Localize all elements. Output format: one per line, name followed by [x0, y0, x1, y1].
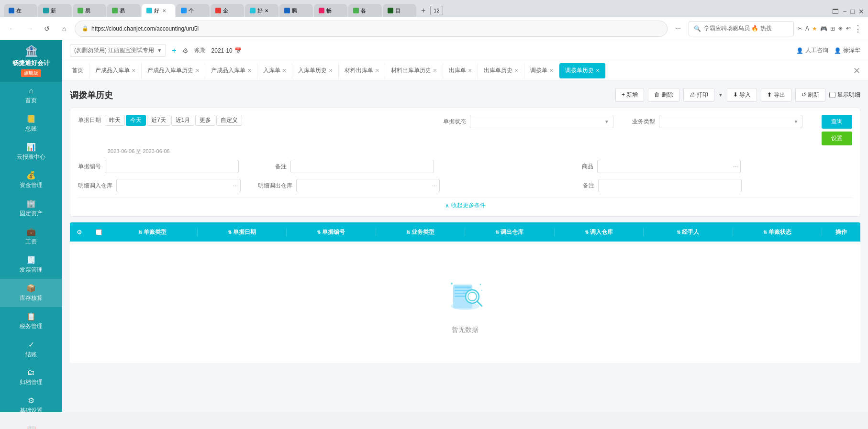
tab-close[interactable]: ✕	[282, 68, 286, 73]
tab-close[interactable]: ✕	[433, 68, 437, 73]
date-today[interactable]: 今天	[126, 115, 146, 126]
tab-inbound-history[interactable]: 入库单历史 ✕	[292, 63, 339, 78]
browser-tab[interactable]: 腾	[279, 4, 313, 17]
print-btn[interactable]: 🖨 打印	[683, 88, 714, 102]
tab-close[interactable]: ✕	[596, 68, 600, 73]
th-out-warehouse[interactable]: ⇅ 调出仓库	[465, 228, 555, 236]
sidebar-item-funds[interactable]: 💰 资金管理	[0, 166, 62, 194]
tab-home[interactable]: 首页	[66, 63, 89, 78]
browser-tab[interactable]: 易	[73, 4, 106, 17]
customer-service[interactable]: 👤 人工咨询	[796, 46, 828, 55]
th-handler[interactable]: ⇅ 经手人	[644, 228, 733, 236]
tab-close[interactable]: ✕	[375, 68, 379, 73]
tab-close[interactable]: ✕	[247, 68, 251, 73]
refresh-btn[interactable]: ↺	[40, 22, 54, 35]
sidebar-item-salary[interactable]: 💼 工资	[0, 222, 62, 251]
new-tab-btn[interactable]: +	[417, 4, 429, 17]
delete-btn[interactable]: 🗑 删除	[648, 88, 679, 102]
new-btn[interactable]: + 新增	[615, 88, 644, 102]
query-btn[interactable]: 查询	[822, 115, 852, 129]
display-detail[interactable]: 显示明细	[829, 91, 860, 99]
browser-tab[interactable]: 畅	[314, 4, 347, 17]
import-btn[interactable]: ⬇ 导入	[727, 88, 757, 102]
browser-tab[interactable]: 在	[4, 4, 37, 17]
tab-outbound[interactable]: 出库单 ✕	[443, 63, 478, 78]
date-custom[interactable]: 自定义	[216, 115, 242, 126]
browser-menu-btn[interactable]: ⋯	[671, 23, 685, 34]
tab-outbound-history[interactable]: 出库单历史 ✕	[478, 63, 524, 78]
company-selector[interactable]: (勿删勿禁用) 江西服宝测试专用 ▼	[70, 44, 166, 57]
th-in-warehouse[interactable]: ⇅ 调入仓库	[555, 228, 644, 236]
refresh-btn[interactable]: ↺ 刷新	[795, 88, 825, 102]
browser-tab[interactable]: 好 ✕	[142, 4, 175, 17]
close-btn[interactable]: ✕	[858, 8, 864, 15]
tab-close[interactable]: ✕	[514, 68, 518, 73]
sidebar-item-inventory[interactable]: 📦 库存核算	[0, 279, 62, 307]
export-btn[interactable]: ⬆ 导出	[761, 88, 791, 102]
th-checkbox-cell[interactable]	[89, 229, 108, 235]
search-bar[interactable]: 🔍 学霸应聘场驱鸟员 🔥 热搜	[689, 21, 794, 36]
tab-close[interactable]: ✕	[329, 68, 333, 73]
sidebar-item-home[interactable]: ⌂ 首页	[0, 82, 62, 110]
status-select[interactable]: ▼	[470, 115, 613, 128]
settings-icon[interactable]: ⚙	[182, 47, 189, 55]
tab-transfer[interactable]: 调拨单 ✕	[524, 63, 559, 78]
tab-close-all[interactable]: ✕	[849, 66, 864, 76]
print-dropdown-icon[interactable]: ▼	[718, 92, 723, 98]
select-all-checkbox[interactable]	[96, 229, 102, 235]
restore-btn[interactable]: 🗖	[832, 8, 839, 15]
maximize-btn[interactable]: □	[851, 8, 855, 15]
detail-in-dots-btn[interactable]: ···	[233, 182, 238, 189]
sidebar-item-invoice[interactable]: 🧾 发票管理	[0, 251, 62, 279]
collapse-btn[interactable]: ∧ 收起更多条件	[78, 201, 852, 209]
browser-tab[interactable]: 个	[176, 4, 210, 17]
goods-input[interactable]	[597, 160, 741, 173]
th-doc-date[interactable]: ⇅ 单据日期	[198, 228, 287, 236]
detail-out-input[interactable]	[296, 179, 440, 192]
browser-tab[interactable]: 易	[107, 4, 141, 17]
detail-out-dots-btn[interactable]: ···	[432, 182, 437, 189]
user-info[interactable]: 👤 徐泽华	[834, 46, 860, 55]
detail-in-input[interactable]	[116, 179, 241, 192]
tab-product-inbound[interactable]: 产成品入库单 ✕	[89, 63, 142, 78]
sidebar-item-settle[interactable]: ✓ 结账	[0, 335, 62, 363]
sidebar-item-ledger[interactable]: 📒 总账	[0, 110, 62, 138]
sidebar-item-archive[interactable]: 🗂 归档管理	[0, 363, 62, 391]
date-more[interactable]: 更多	[195, 115, 215, 126]
goods-dots-btn[interactable]: ···	[733, 163, 738, 170]
browser-tab[interactable]: 各	[348, 4, 382, 17]
tab-product-inbound2[interactable]: 产成品入库单 ✕	[205, 63, 257, 78]
remark-input[interactable]	[290, 160, 434, 173]
sidebar-item-basic[interactable]: ⚙ 基础设置	[0, 391, 62, 419]
tab-close[interactable]: ✕	[468, 68, 472, 73]
sidebar-item-assets[interactable]: 🏢 固定资产	[0, 194, 62, 222]
forward-btn[interactable]: →	[23, 22, 36, 35]
business-type-select[interactable]: ▼	[659, 115, 802, 128]
display-detail-checkbox[interactable]	[829, 92, 835, 98]
tab-material-outbound[interactable]: 材料出库单 ✕	[339, 63, 385, 78]
browser-tab[interactable]: 好 ✕	[245, 4, 278, 17]
browser-tab[interactable]: 新	[38, 4, 72, 17]
settings-btn[interactable]: 设置	[822, 132, 852, 145]
period-value[interactable]: 2021-10 📅	[211, 47, 242, 54]
date-yesterday[interactable]: 昨天	[105, 115, 125, 126]
remark2-input[interactable]	[598, 179, 742, 192]
sidebar-item-reports[interactable]: 📊 云报表中心	[0, 138, 62, 166]
sidebar-item-guide[interactable]: 📖 新手引导	[0, 419, 62, 429]
tab-product-inbound-history[interactable]: 产成品入库单历史 ✕	[142, 63, 205, 78]
tab-close[interactable]: ✕	[132, 68, 135, 73]
browser-tab[interactable]: 企	[211, 4, 244, 17]
address-bar[interactable]: 🔒 https://cloud.chanjet.com/accounting/u…	[75, 21, 668, 37]
th-doc-number[interactable]: ⇅ 单据编号	[287, 228, 376, 236]
minimize-btn[interactable]: −	[843, 8, 846, 15]
tab-transfer-history[interactable]: 调拨单历史 ✕	[559, 63, 606, 78]
tab-close[interactable]: ✕	[549, 68, 553, 73]
tab-close[interactable]: ✕	[195, 68, 199, 73]
tab-close-icon[interactable]: ✕	[265, 8, 268, 13]
date-7days[interactable]: 近7天	[147, 115, 170, 126]
th-doc-type[interactable]: ⇅ 单账类型	[108, 228, 198, 236]
sidebar-item-tax[interactable]: 📋 税务管理	[0, 307, 62, 335]
tab-inbound[interactable]: 入库单 ✕	[257, 63, 292, 78]
add-company-btn[interactable]: +	[172, 46, 176, 55]
doc-number-input[interactable]	[105, 160, 239, 173]
